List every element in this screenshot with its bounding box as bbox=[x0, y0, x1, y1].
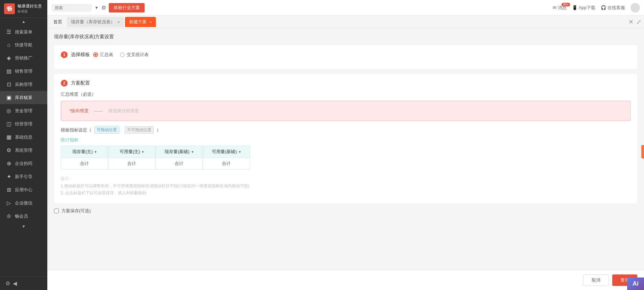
radio-summary[interactable]: 汇总表 bbox=[93, 52, 113, 58]
indicator-table-body: 合计 合计 合计 合计 bbox=[61, 158, 630, 170]
radio-cross-label: 交叉统计表 bbox=[127, 52, 149, 58]
sidebar-item-enterprise[interactable]: ⊕ 企业协同 bbox=[0, 157, 47, 170]
tab-new-scheme[interactable]: 新建方案 × bbox=[125, 17, 155, 27]
section2-card: 2 方案配置 汇总维度（必选） *纵向维度 —— 请选择分组维度 模板指标设定（… bbox=[54, 74, 637, 203]
service-btn[interactable]: 🎧 在线客服 bbox=[601, 5, 625, 11]
gift-icon: ◈ bbox=[5, 55, 12, 61]
operations-icon: ◫ bbox=[5, 121, 12, 127]
sidebar-bottom: ⚙ ◀ bbox=[0, 276, 47, 290]
th-stock-main-chevron[interactable]: ▾ bbox=[95, 150, 97, 154]
th-usable-aux[interactable]: 可用量(基辅) ▾ bbox=[203, 146, 250, 158]
sidebar-item-purchase-label: 采购管理 bbox=[15, 81, 32, 88]
indicator-table-head: 现存量(主) ▾ 可用量(主) ▾ 现存量(基辅) ▾ 可用量(基辅) bbox=[61, 146, 630, 158]
sidebar-scroll-down[interactable]: ▼ bbox=[0, 223, 47, 230]
enterprise-icon: ⊕ bbox=[5, 160, 12, 167]
tips-item-2: 2. 点击标题栏下拉可设置排序、插入列和删除列 bbox=[61, 190, 630, 197]
sidebar-item-purchase[interactable]: ⊡ 采购管理 bbox=[0, 78, 47, 91]
sidebar-item-finance-label: 资金管理 bbox=[15, 108, 32, 114]
sidebar-item-newbie-label: 新手引导 bbox=[15, 174, 32, 180]
dimension-area[interactable]: *纵向维度 —— 请选择分组维度 bbox=[61, 101, 630, 121]
sidebar-item-newbie[interactable]: ✦ 新手引导 bbox=[0, 170, 47, 183]
tabbar-expand-icon[interactable]: ⤢ bbox=[636, 18, 641, 26]
brand-text-area: 畅康通好生意 标准版 bbox=[18, 4, 42, 14]
th-usable-main-chevron[interactable]: ▾ bbox=[142, 150, 144, 154]
dimension-row: *纵向维度 —— 请选择分组维度 bbox=[69, 108, 622, 114]
sidebar-item-quick-nav[interactable]: ⌂ 快捷导航 bbox=[0, 39, 47, 51]
sidebar-item-app-center[interactable]: ⊞ 应用中心 bbox=[0, 183, 47, 196]
tab-home[interactable]: 首页 bbox=[50, 17, 66, 27]
radio-summary-label: 汇总表 bbox=[100, 52, 113, 58]
stats-indicator-label: 统计指标 bbox=[61, 137, 630, 143]
th-usable-aux-label: 可用量(基辅) bbox=[212, 149, 237, 155]
tab-new-scheme-close-icon[interactable]: × bbox=[149, 20, 151, 24]
sidebar-item-basic-info-label: 基础信息 bbox=[15, 134, 32, 140]
main-content: ▼ ⚙ 体验行业方案 ✉ 消息 99+ 📱 App下载 🎧 在线客服 首页 bbox=[47, 0, 644, 290]
radio-cross[interactable]: 交叉统计表 bbox=[120, 52, 149, 58]
sidebar-scroll-up[interactable]: ▲ bbox=[0, 18, 47, 25]
right-scroll-indicator[interactable] bbox=[641, 145, 644, 159]
home-icon: ⌂ bbox=[5, 42, 12, 48]
sidebar-item-basic-info[interactable]: ▦ 基础信息 bbox=[0, 130, 47, 144]
sidebar-item-operations[interactable]: ◫ 经营管理 bbox=[0, 117, 47, 130]
save-checkbox[interactable] bbox=[54, 209, 59, 213]
user-avatar[interactable] bbox=[630, 3, 640, 13]
table-row-0: 合计 合计 合计 合计 bbox=[61, 158, 630, 170]
newbie-icon: ✦ bbox=[5, 173, 12, 180]
th-stock-aux-chevron[interactable]: ▾ bbox=[192, 150, 194, 154]
tabbar: 首页 现存量（库存状况表） × 新建方案 × ✕ ⤢ bbox=[47, 16, 644, 28]
msg-btn[interactable]: ✉ 消息 99+ bbox=[553, 5, 567, 11]
sidebar-item-membership[interactable]: ♔ 畅会员 bbox=[0, 210, 47, 223]
collapse-btn[interactable]: ◀ bbox=[13, 280, 17, 287]
tab-inventory-close-icon[interactable]: × bbox=[118, 20, 120, 24]
search-input[interactable] bbox=[51, 4, 92, 11]
settings-bottom-btn[interactable]: ⚙ bbox=[5, 280, 10, 287]
cancel-button[interactable]: 取消 bbox=[583, 274, 609, 286]
th-usable-main[interactable]: 可用量(主) ▾ bbox=[108, 146, 155, 158]
msg-icon: ✉ bbox=[553, 5, 556, 10]
sidebar-item-system[interactable]: ⚙ 系统管理 bbox=[0, 144, 47, 157]
indicator-settings-text: 模板指标设定（ bbox=[61, 127, 92, 133]
section1-number: 1 bbox=[61, 51, 68, 58]
sidebar-item-marketing[interactable]: ◈ 营销推广 bbox=[0, 51, 47, 65]
tabbar-window-close-icon[interactable]: ✕ bbox=[628, 18, 634, 26]
tips-item-1: 1.拖动标题栏可以调整布局，不可跨维度或指标区域拖动栏目字段(只能在同一维度或指… bbox=[61, 183, 630, 190]
app-icon: ⊞ bbox=[5, 187, 12, 193]
topbar-gear-btn[interactable]: ⚙ bbox=[101, 4, 106, 11]
headset-icon: 🎧 bbox=[601, 5, 606, 10]
sidebar-item-search-menu[interactable]: ☰ 搜索菜单 bbox=[0, 25, 47, 39]
page-title: 现存量(库存状况表)方案设置 bbox=[54, 34, 637, 40]
sidebar-item-app-center-label: 应用中心 bbox=[15, 187, 32, 193]
th-usable-aux-chevron[interactable]: ▾ bbox=[239, 150, 241, 154]
sidebar-item-search-menu-label: 搜索菜单 bbox=[15, 29, 32, 35]
td-stock-aux-total: 合计 bbox=[155, 158, 203, 170]
search-menu-icon: ☰ bbox=[5, 29, 12, 35]
dropdown-btn[interactable]: ▼ bbox=[95, 5, 99, 10]
sidebar-item-membership-label: 畅会员 bbox=[15, 213, 28, 219]
unmovable-badge: 不可拖动位置 bbox=[125, 126, 154, 134]
sidebar-item-finance[interactable]: ◎ 资金管理 bbox=[0, 104, 47, 117]
sidebar-item-operations-label: 经营管理 bbox=[15, 121, 32, 127]
indicator-settings-label: 模板指标设定（ 可拖动位置 不可拖动位置 ） bbox=[61, 126, 630, 134]
sidebar-item-inventory[interactable]: ▣ 库存核算 bbox=[0, 91, 47, 104]
topbar-right: ✉ 消息 99+ 📱 App下载 🎧 在线客服 bbox=[553, 3, 640, 13]
sidebar-item-wechat[interactable]: ▷ 企业微信 bbox=[0, 196, 47, 210]
brand-version: 标准版 bbox=[18, 9, 42, 14]
ai-badge[interactable]: Ai bbox=[627, 277, 644, 290]
sidebar-item-sales[interactable]: ▤ 销售管理 bbox=[0, 65, 47, 78]
sidebar-item-sales-label: 销售管理 bbox=[15, 68, 32, 74]
experience-btn[interactable]: 体验行业方案 bbox=[109, 3, 145, 13]
tab-inventory-status[interactable]: 现存量（库存状况表） × bbox=[67, 17, 124, 27]
app-download-btn[interactable]: 📱 App下载 bbox=[572, 5, 595, 11]
brand-name: 畅康通好生意 bbox=[18, 4, 42, 9]
th-stock-main[interactable]: 现存量(主) ▾ bbox=[61, 146, 108, 158]
th-stock-main-label: 现存量(主) bbox=[72, 149, 93, 155]
bag-icon: ⊡ bbox=[5, 81, 12, 88]
dimension-placeholder[interactable]: 请选择分组维度 bbox=[108, 108, 139, 114]
radio-cross-dot bbox=[120, 52, 125, 57]
service-label: 在线客服 bbox=[608, 5, 625, 11]
sidebar-item-system-label: 系统管理 bbox=[15, 147, 32, 153]
dimension-field-label: *纵向维度 bbox=[69, 108, 89, 114]
movable-badge: 可拖动位置 bbox=[94, 126, 119, 134]
dimension-dash: —— bbox=[94, 108, 103, 114]
th-stock-aux[interactable]: 现存量(基辅) ▾ bbox=[155, 146, 203, 158]
